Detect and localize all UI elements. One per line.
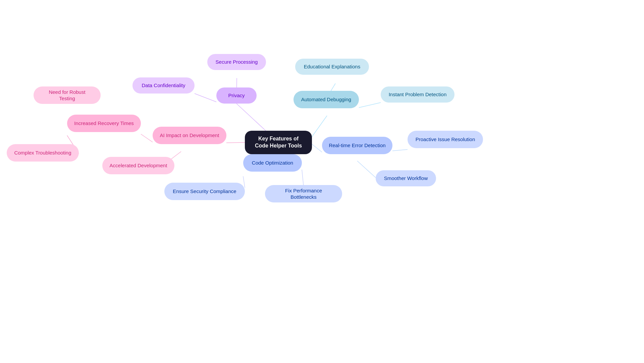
- accelerated-development-node: Accelerated Development: [102, 157, 174, 174]
- svg-line-2: [195, 94, 216, 102]
- need-robust-testing-node: Need for Robust Testing: [34, 86, 101, 104]
- privacy-label: Privacy: [228, 92, 245, 99]
- accelerated-development-label: Accelerated Development: [110, 162, 167, 169]
- real-time-error-label: Real-time Error Detection: [329, 142, 385, 149]
- proactive-issue-node: Proactive Issue Resolution: [408, 131, 483, 148]
- ensure-security-node: Ensure Security Compliance: [164, 183, 245, 200]
- educational-explanations-label: Educational Explanations: [304, 63, 360, 70]
- svg-line-3: [226, 142, 245, 143]
- automated-debugging-label: Automated Debugging: [301, 96, 351, 103]
- complex-troubleshooting-node: Complex Troubleshooting: [7, 144, 79, 162]
- ensure-security-label: Ensure Security Compliance: [173, 188, 236, 195]
- center-label: Key Features of Code Helper Tools: [252, 135, 305, 149]
- proactive-issue-label: Proactive Issue Resolution: [416, 136, 475, 143]
- automated-debugging-node: Automated Debugging: [293, 91, 359, 108]
- svg-line-10: [359, 103, 381, 108]
- smoother-workflow-node: Smoother Workflow: [376, 170, 436, 186]
- data-confidentiality-node: Data Confidentiality: [132, 77, 195, 94]
- privacy-node: Privacy: [216, 87, 257, 104]
- need-robust-testing-label: Need for Robust Testing: [40, 89, 94, 102]
- svg-line-16: [302, 170, 304, 186]
- center-node: Key Features of Code Helper Tools: [245, 131, 312, 154]
- instant-problem-detection-node: Instant Problem Detection: [381, 86, 454, 103]
- svg-line-13: [357, 161, 376, 178]
- secure-processing-node: Secure Processing: [207, 54, 266, 70]
- complex-troubleshooting-label: Complex Troubleshooting: [14, 149, 71, 156]
- instant-problem-detection-label: Instant Problem Detection: [389, 91, 447, 98]
- secure-processing-label: Secure Processing: [216, 59, 258, 65]
- svg-line-12: [392, 149, 408, 151]
- ai-impact-node: AI Impact on Development: [153, 127, 226, 144]
- svg-line-8: [312, 116, 327, 137]
- smoother-workflow-label: Smoother Workflow: [384, 175, 428, 182]
- real-time-error-node: Real-time Error Detection: [322, 137, 392, 154]
- increased-recovery-label: Increased Recovery Times: [74, 120, 134, 127]
- fix-performance-node: Fix Performance Bottlenecks: [265, 185, 342, 202]
- ai-impact-label: AI Impact on Development: [160, 132, 219, 139]
- svg-line-15: [243, 176, 245, 188]
- data-confidentiality-label: Data Confidentiality: [142, 82, 185, 89]
- code-optimization-label: Code Optimization: [252, 160, 293, 166]
- code-optimization-node: Code Optimization: [243, 154, 302, 172]
- fix-performance-label: Fix Performance Bottlenecks: [272, 187, 335, 200]
- educational-explanations-node: Educational Explanations: [295, 59, 369, 75]
- increased-recovery-node: Increased Recovery Times: [67, 115, 141, 132]
- svg-line-4: [141, 134, 153, 142]
- svg-line-11: [312, 144, 322, 152]
